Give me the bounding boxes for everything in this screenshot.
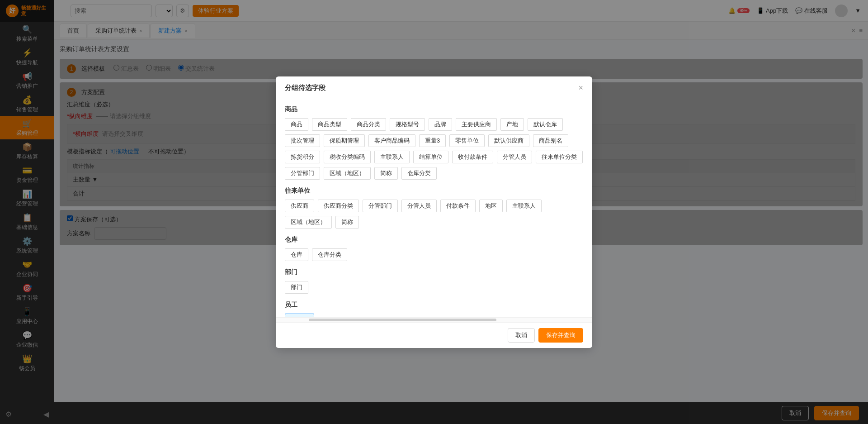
tag-brand[interactable]: 品牌 [429, 118, 452, 131]
tag-origin[interactable]: 产地 [500, 118, 524, 131]
section-warehouse-title: 仓库 [285, 236, 583, 244]
tag-payment-terms[interactable]: 收付款条件 [452, 151, 493, 163]
dialog-body: 商品 商品 商品类型 商品分类 规格型号 品牌 主要供应商 产地 默认仓库 批次… [276, 98, 592, 318]
tag-supervisor[interactable]: 分管人员 [497, 151, 532, 163]
tag-supplier[interactable]: 供应商 [285, 200, 314, 212]
tag-main-contact[interactable]: 主联系人 [374, 151, 410, 163]
section-employee-tags: 业务员 [285, 314, 583, 318]
tag-goods-type[interactable]: 商品类型 [312, 118, 347, 131]
tag-spec-model[interactable]: 规格型号 [390, 118, 425, 131]
section-partner-title: 往来单位 [285, 187, 583, 195]
tag-partner-category[interactable]: 往来单位分类 [536, 151, 583, 163]
tag-dept[interactable]: 分管部门 [363, 200, 398, 212]
section-warehouse-tags: 仓库 仓库分类 [285, 248, 583, 261]
tag-main-supplier[interactable]: 主要供应商 [456, 118, 497, 131]
tag-payment-cond[interactable]: 付款条件 [440, 200, 476, 212]
tag-dept-managed[interactable]: 分管部门 [285, 167, 320, 180]
tag-goods[interactable]: 商品 [285, 118, 308, 131]
tag-short-name2[interactable]: 简称 [335, 216, 359, 229]
dialog-footer: 取消 保存并查询 [276, 322, 592, 348]
section-employee: 员工 业务员 [285, 301, 583, 318]
dialog-close-button[interactable]: × [578, 84, 583, 92]
tag-weight3[interactable]: 重量3 [419, 134, 446, 147]
tag-settlement-unit[interactable]: 结算单位 [413, 151, 448, 163]
tag-default-warehouse[interactable]: 默认仓库 [528, 118, 563, 131]
cancel-button[interactable]: 取消 [508, 328, 535, 343]
section-goods: 商品 商品 商品类型 商品分类 规格型号 品牌 主要供应商 产地 默认仓库 批次… [285, 105, 583, 180]
tag-goods-category[interactable]: 商品分类 [351, 118, 386, 131]
section-partner-tags: 供应商 供应商分类 分管部门 分管人员 付款条件 地区 主联系人 区域（地区） … [285, 200, 583, 229]
tag-tax-code[interactable]: 税收分类编码 [324, 151, 371, 163]
tag-expiry-mgmt[interactable]: 保质期管理 [324, 134, 365, 147]
field-selection-dialog: 分组待选字段 × 商品 商品 商品类型 商品分类 规格型号 品牌 主要供应商 产… [276, 76, 592, 348]
tag-salesperson[interactable]: 业务员 [285, 314, 314, 318]
horizontal-scrollbar[interactable] [309, 319, 496, 321]
tag-goods-alias[interactable]: 商品别名 [533, 134, 568, 147]
section-goods-tags: 商品 商品类型 商品分类 规格型号 品牌 主要供应商 产地 默认仓库 批次管理 … [285, 118, 583, 180]
dialog-title: 分组待选字段 [285, 84, 326, 92]
tag-supplier-cat[interactable]: 供应商分类 [318, 200, 359, 212]
tag-warehouse-cat[interactable]: 仓库分类 [401, 167, 437, 180]
tag-warehouse[interactable]: 仓库 [285, 248, 308, 261]
confirm-button[interactable]: 保存并查询 [538, 328, 583, 343]
section-partner: 往来单位 供应商 供应商分类 分管部门 分管人员 付款条件 地区 主联系人 区域… [285, 187, 583, 229]
tag-warehouse-cat2[interactable]: 仓库分类 [312, 248, 347, 261]
tag-department[interactable]: 部门 [285, 281, 308, 294]
tag-customer-goods-code[interactable]: 客户商品编码 [368, 134, 415, 147]
section-warehouse: 仓库 仓库 仓库分类 [285, 236, 583, 261]
dialog-header: 分组待选字段 × [276, 76, 592, 98]
tag-supervisor2[interactable]: 分管人员 [401, 200, 437, 212]
section-dept-title: 部门 [285, 268, 583, 276]
tag-pick-points[interactable]: 拣货积分 [285, 151, 320, 163]
tag-batch-mgmt[interactable]: 批次管理 [285, 134, 320, 147]
tag-region2[interactable]: 区域（地区） [285, 216, 332, 229]
section-dept-tags: 部门 [285, 281, 583, 294]
tag-main-contact2[interactable]: 主联系人 [506, 200, 542, 212]
section-dept: 部门 部门 [285, 268, 583, 294]
tag-retail-unit[interactable]: 零售单位 [449, 134, 485, 147]
tag-short-name[interactable]: 简称 [374, 167, 398, 180]
tag-default-supplier[interactable]: 默认供应商 [488, 134, 529, 147]
horizontal-scrollbar-area [276, 317, 592, 322]
tag-region-goods[interactable]: 区域（地区） [324, 167, 371, 180]
modal-overlay: 分组待选字段 × 商品 商品 商品类型 商品分类 规格型号 品牌 主要供应商 产… [0, 0, 868, 424]
tag-region[interactable]: 地区 [479, 200, 503, 212]
section-goods-title: 商品 [285, 105, 583, 114]
section-employee-title: 员工 [285, 301, 583, 309]
